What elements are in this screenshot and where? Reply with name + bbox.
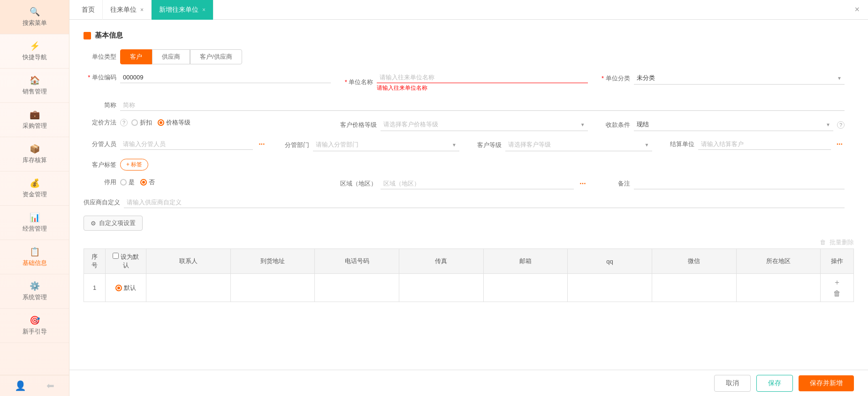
unit-name-error: 请输入往来单位名称 — [377, 84, 587, 92]
disabled-yes-radio[interactable]: 是 — [120, 178, 135, 186]
region-input[interactable] — [381, 178, 574, 189]
sidebar-item-purchase[interactable]: 💼 采购管理 — [0, 103, 69, 137]
row-add-button[interactable]: ＋ — [831, 277, 843, 288]
row-seq: 1 — [84, 274, 106, 302]
type-btn-both[interactable]: 客户/供应商 — [190, 49, 242, 64]
type-btn-customer[interactable]: 客户 — [120, 49, 152, 64]
pricing-row: 定价方法 ? 折扣 价格等级 客户价格等级 请选择客户价格等级 — [84, 118, 854, 131]
row-phone-input[interactable] — [320, 284, 394, 291]
section-title: 基本信息 — [84, 31, 854, 40]
sidebar-item-finance[interactable]: 💰 资金管理 — [0, 171, 69, 206]
row-delete-button[interactable]: 🗑 — [831, 288, 843, 299]
pricing-level-radio[interactable]: 价格等级 — [158, 118, 190, 127]
tab-contacts[interactable]: 往来单位 × — [103, 0, 152, 20]
save-and-new-button[interactable]: 保存并新增 — [799, 375, 854, 391]
sidebar-item-operations[interactable]: 📊 经营管理 — [0, 206, 69, 240]
main-area: 首页 往来单位 × 新增往来单位 × × 基本信息 单位类型 客户 供应商 客 — [69, 0, 868, 396]
region-more-btn[interactable]: ··· — [578, 179, 587, 188]
row-wechat-input[interactable] — [657, 284, 731, 291]
sidebar-item-label: 库存核算 — [23, 156, 47, 164]
type-btn-supplier[interactable]: 供应商 — [152, 49, 190, 64]
col-action: 操作 — [821, 249, 854, 274]
disabled-yes-circle — [120, 179, 127, 186]
select-all-checkbox[interactable] — [113, 253, 119, 259]
disabled-no-radio[interactable]: 否 — [140, 178, 155, 186]
payment-terms-group: 收款条件 现结 ▼ ? — [597, 118, 854, 131]
row-contact[interactable] — [146, 274, 231, 302]
row-region[interactable] — [736, 274, 821, 302]
sidebar-item-inventory[interactable]: 📦 库存核算 — [0, 137, 69, 171]
customer-price-level-select[interactable]: 请选择客户价格等级 ▼ — [381, 118, 587, 131]
sidebar-item-label: 快捷导航 — [23, 53, 47, 62]
sidebar-item-quick-nav[interactable]: ⚡ 快捷导航 — [0, 34, 69, 69]
row-region-input[interactable] — [741, 284, 816, 291]
cancel-button[interactable]: 取消 — [714, 375, 751, 392]
department-select[interactable]: 请输入分管部门 ▼ — [313, 139, 460, 151]
region-group: 区域（地区） ··· — [340, 178, 597, 189]
row-default-radio[interactable]: 默认 — [110, 284, 141, 292]
sidebar-item-guide[interactable]: 🎯 新手引导 — [0, 309, 69, 343]
payment-terms-arrow: ▼ — [826, 122, 830, 127]
remark-input[interactable] — [634, 178, 845, 189]
settlement-unit-more-btn[interactable]: ··· — [835, 140, 845, 148]
manager-more-btn[interactable]: ··· — [257, 140, 266, 148]
pricing-discount-radio[interactable]: 折扣 — [131, 118, 152, 127]
customer-level-arrow: ▼ — [645, 142, 649, 148]
settlement-unit-input[interactable] — [698, 139, 831, 150]
tab-home[interactable]: 首页 — [74, 0, 103, 20]
sidebar-item-label: 采购管理 — [23, 122, 47, 130]
sidebar-item-search[interactable]: 🔍 搜索菜单 — [0, 0, 69, 34]
sidebar-user-icon[interactable]: 👤 — [15, 380, 26, 391]
contact-table: 序号 设为默认 联系人 到货地址 电话号码 传真 邮箱 qq 微信 所在地区 操… — [84, 248, 854, 302]
row-fax[interactable] — [399, 274, 484, 302]
col-contact: 联系人 — [146, 249, 231, 274]
row-default-label: 默认 — [124, 284, 136, 292]
department-group: 分管部门 请输入分管部门 ▼ — [276, 139, 469, 151]
row-address-input[interactable] — [236, 284, 310, 291]
row-email-input[interactable] — [488, 284, 563, 291]
supplier-custom-input[interactable] — [124, 197, 845, 208]
settings-gear-icon: ⚙ — [91, 220, 96, 227]
sidebar-item-basic-info[interactable]: 📋 基础信息 — [0, 240, 69, 274]
abbr-input[interactable] — [120, 100, 845, 111]
window-close-button[interactable]: × — [851, 3, 863, 16]
tab-new-contact[interactable]: 新增往来单位 × — [152, 0, 213, 20]
unit-code-input[interactable] — [120, 72, 331, 83]
pricing-level-label: 价格等级 — [166, 118, 190, 127]
save-button[interactable]: 保存 — [756, 375, 793, 392]
unit-category-group: 单位分类 未分类 ▼ — [597, 72, 854, 85]
sidebar-item-system[interactable]: ⚙️ 系统管理 — [0, 274, 69, 309]
unit-category-select[interactable]: 未分类 ▼ — [634, 72, 845, 85]
manager-input[interactable] — [120, 139, 253, 150]
section-title-icon — [84, 32, 91, 39]
row-address[interactable] — [230, 274, 315, 302]
row-qq[interactable] — [568, 274, 652, 302]
pricing-help-icon[interactable]: ? — [120, 119, 128, 126]
batch-delete-label[interactable]: 批量删除 — [830, 239, 854, 246]
payment-terms-help-icon[interactable]: ? — [837, 121, 845, 129]
payment-terms-select[interactable]: 现结 ▼ — [634, 118, 833, 131]
row-qq-input[interactable] — [572, 284, 647, 291]
sidebar-item-sales[interactable]: 🏠 销售管理 — [0, 69, 69, 103]
finance-icon: 💰 — [30, 178, 40, 188]
add-tag-button[interactable]: + 标签 — [120, 159, 148, 171]
col-address: 到货地址 — [230, 249, 315, 274]
pricing-method-label: 定价方法 — [84, 118, 116, 127]
row-email[interactable] — [483, 274, 568, 302]
sidebar-item-label: 新手引导 — [23, 327, 47, 336]
unit-name-input[interactable] — [377, 72, 587, 83]
search-icon: 🔍 — [30, 7, 40, 17]
tab-new-contact-close[interactable]: × — [202, 7, 206, 13]
tab-contacts-close[interactable]: × — [140, 7, 144, 13]
row-wechat[interactable] — [652, 274, 736, 302]
col-fax: 传真 — [399, 249, 484, 274]
col-region: 所在地区 — [736, 249, 821, 274]
row-fax-input[interactable] — [404, 284, 479, 291]
customer-level-select[interactable]: 请选择客户等级 ▼ — [505, 139, 652, 151]
customer-price-level-placeholder: 请选择客户价格等级 — [383, 120, 578, 129]
row-contact-input[interactable] — [151, 284, 226, 291]
remark-label: 备注 — [597, 179, 630, 188]
custom-settings-button[interactable]: ⚙ 自定义项设置 — [84, 216, 143, 231]
sidebar-expand-icon[interactable]: ⬅ — [46, 380, 54, 391]
row-phone[interactable] — [315, 274, 399, 302]
